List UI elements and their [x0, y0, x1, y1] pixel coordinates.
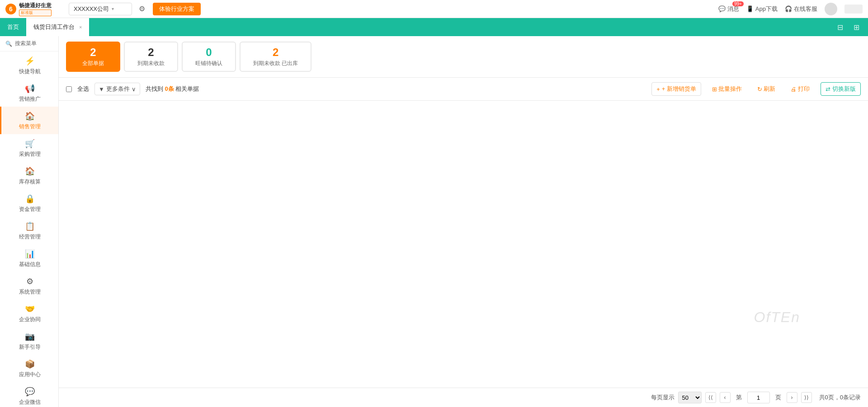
- select-all-label: 全选: [77, 85, 89, 93]
- company-selector[interactable]: XXXXXX公司 ▾: [69, 3, 132, 15]
- page-input[interactable]: [747, 392, 770, 403]
- filter-button[interactable]: ▼ 更多条件 ∨: [94, 83, 140, 95]
- sidebar-item-label: 企业微信: [19, 398, 41, 406]
- sidebar-item-app-center[interactable]: 📦 应用中心: [0, 355, 58, 382]
- message-button[interactable]: 💬 消息 99+: [718, 5, 739, 13]
- refresh-button[interactable]: ↻ 刷新: [753, 83, 780, 95]
- wechat-icon: 💬: [25, 387, 35, 397]
- sidebar-item-label: 快捷导航: [19, 68, 41, 75]
- header-right: 💬 消息 99+ 📱 App下载 🎧 在线客服: [718, 3, 863, 15]
- cooperation-icon: 🤝: [25, 304, 35, 314]
- card-shipped-label: 到期未收款 已出库: [253, 60, 298, 67]
- page-label: 第: [736, 393, 742, 402]
- sidebar-item-inventory[interactable]: 🏠 库存核算: [0, 162, 58, 189]
- sidebar-item-label: 企业协同: [19, 316, 41, 323]
- card-overdue-label: 到期未收款: [137, 60, 165, 67]
- sidebar-item-label: 基础信息: [19, 261, 41, 268]
- select-all-checkbox[interactable]: [66, 86, 72, 92]
- switch-version-button[interactable]: ⇄ 切换新版: [821, 82, 861, 96]
- experience-button[interactable]: 体验行业方案: [153, 3, 201, 15]
- guide-icon: 📷: [25, 332, 35, 342]
- username: [844, 5, 863, 14]
- table-area: [59, 101, 868, 388]
- refresh-label: 刷新: [764, 85, 775, 93]
- sidebar-item-label: 销售管理: [19, 123, 41, 131]
- download-icon: 📱: [746, 5, 754, 12]
- finance-icon: 🔒: [25, 194, 35, 204]
- toolbar: 全选 ▼ 更多条件 ∨ 共找到 0条 相关单据 + + 新增销货单 ⊞ 批量操作: [59, 78, 868, 101]
- print-icon: 🖨: [791, 86, 797, 93]
- per-page-label: 每页显示: [651, 393, 675, 402]
- card-overdue[interactable]: 2 到期未收款: [124, 42, 178, 72]
- online-service-label: 在线客服: [794, 5, 817, 13]
- inventory-icon: 🏠: [25, 166, 35, 176]
- filter-icon: ▼: [99, 86, 104, 93]
- card-all[interactable]: 2 全部单据: [66, 42, 120, 72]
- home-tab-label: 首页: [7, 23, 19, 31]
- sidebar-item-label: 采购管理: [19, 150, 41, 158]
- card-pending[interactable]: 0 旺铺待确认: [182, 42, 236, 72]
- search-menu-button[interactable]: 🔍 搜索菜单: [0, 36, 58, 51]
- quick-nav-icon: ⚡: [25, 56, 35, 66]
- sidebar-item-marketing[interactable]: 📢 营销推广: [0, 79, 58, 107]
- card-shipped-count: 2: [273, 46, 278, 59]
- per-page-select[interactable]: 50 10 20 100: [678, 392, 702, 403]
- batch-icon: ⊞: [712, 86, 717, 93]
- settings-button[interactable]: ⚙: [136, 3, 148, 15]
- sales-icon: 🏠: [25, 111, 35, 121]
- page-first-button[interactable]: ⟨⟨: [705, 392, 716, 403]
- sidebar-item-finance[interactable]: 🔒 资金管理: [0, 189, 58, 217]
- sidebar-item-label: 资金管理: [19, 206, 41, 213]
- basic-info-icon: 📊: [25, 249, 35, 259]
- system-icon: ⚙: [26, 276, 33, 286]
- switch-icon: ⇄: [826, 86, 830, 93]
- total-info: 共0页，0条记录: [819, 393, 861, 402]
- card-overdue-count: 2: [148, 46, 154, 59]
- tab-home[interactable]: 首页: [0, 18, 26, 36]
- tabs-bar: 首页 钱货日清工作台 × ⊟ ⊞: [0, 18, 868, 36]
- message-icon: 💬: [718, 5, 726, 12]
- sidebar: 🔍 搜索菜单 ⚡ 快捷导航 📢 营销推广 🏠 销售管理 🛒 采购管理 🏠 库存核…: [0, 36, 59, 407]
- found-suffix: 相关单据: [175, 85, 199, 92]
- sidebar-item-label: 新手引导: [19, 343, 41, 351]
- found-count: 0条: [165, 85, 174, 92]
- page-prev-button[interactable]: ‹: [720, 392, 731, 403]
- sidebar-item-guide[interactable]: 📷 新手引导: [0, 327, 58, 355]
- sidebar-item-sales[interactable]: 🏠 销售管理: [0, 107, 58, 134]
- add-order-button[interactable]: + + 新增销货单: [651, 82, 701, 96]
- online-service-button[interactable]: 🎧 在线客服: [785, 5, 817, 13]
- switch-label: 切换新版: [832, 85, 856, 93]
- print-button[interactable]: 🖨 打印: [786, 83, 814, 95]
- chevron-icon: ∨: [132, 86, 136, 93]
- app-center-icon: 📦: [25, 359, 35, 369]
- print-label: 打印: [798, 85, 810, 93]
- avatar[interactable]: [825, 3, 837, 15]
- tab-work-platform[interactable]: 钱货日清工作台 ×: [26, 18, 89, 36]
- chevron-down-icon: ▾: [112, 6, 114, 11]
- tab-maximize-button[interactable]: ⊞: [850, 21, 863, 33]
- sidebar-item-label: 经营管理: [19, 233, 41, 241]
- page-last-button[interactable]: ⟩⟩: [801, 392, 812, 403]
- tab-minimize-button[interactable]: ⊟: [834, 21, 846, 33]
- page-of-label: 页: [775, 393, 781, 402]
- search-menu-label: 搜索菜单: [15, 40, 37, 47]
- pagination: 每页显示 50 10 20 100 ⟨⟨ ‹ 第 页 › ⟩⟩ 共0页，0条记录: [59, 388, 868, 407]
- found-text: 共找到 0条 相关单据: [146, 85, 199, 93]
- toolbar-right: + + 新增销货单 ⊞ 批量操作 ↻ 刷新 🖨 打印 ⇄ 切换新版: [651, 82, 861, 96]
- sidebar-item-wechat[interactable]: 💬 企业微信: [0, 382, 58, 407]
- card-shipped[interactable]: 2 到期未收款 已出库: [240, 42, 311, 72]
- sidebar-item-purchase[interactable]: 🛒 采购管理: [0, 134, 58, 162]
- sidebar-item-basic-info[interactable]: 📊 基础信息: [0, 244, 58, 272]
- sidebar-item-cooperation[interactable]: 🤝 企业协同: [0, 299, 58, 327]
- page-next-button[interactable]: ›: [787, 392, 797, 403]
- summary-cards: 2 全部单据 2 到期未收款 0 旺铺待确认 2 到期未收款 已出库: [59, 36, 868, 78]
- sidebar-item-label: 应用中心: [19, 371, 41, 379]
- tab-close-icon[interactable]: ×: [79, 24, 82, 30]
- plus-icon: +: [656, 86, 660, 93]
- add-order-label: + 新增销货单: [662, 85, 696, 93]
- app-download-button[interactable]: 📱 App下载: [746, 5, 778, 13]
- batch-button[interactable]: ⊞ 批量操作: [708, 83, 746, 95]
- sidebar-item-system[interactable]: ⚙ 系统管理: [0, 272, 58, 299]
- sidebar-item-quick-nav[interactable]: ⚡ 快捷导航: [0, 51, 58, 79]
- sidebar-item-operations[interactable]: 📋 经营管理: [0, 217, 58, 244]
